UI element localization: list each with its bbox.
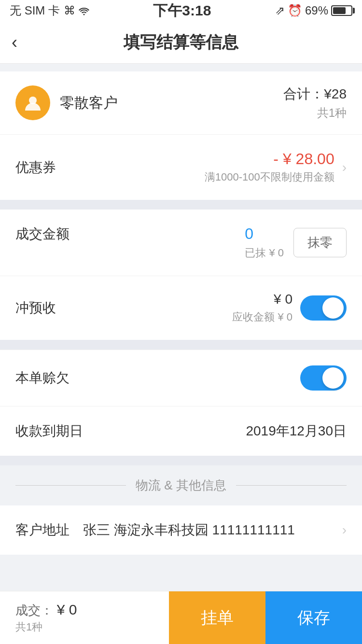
nav-title: 填写结算等信息 <box>124 31 238 54</box>
toggle-knob <box>322 297 344 319</box>
prepayment-sub: 应收金额 ¥ 0 <box>232 310 292 324</box>
address-chevron-icon: › <box>342 522 347 538</box>
divider-2 <box>0 340 362 350</box>
address-row[interactable]: 客户地址 张三 海淀永丰科技园 11111111111 › <box>0 505 362 555</box>
alarm-icon: ⏰ <box>288 4 302 17</box>
customer-avatar <box>15 85 50 120</box>
status-time: 下午3:18 <box>153 1 211 21</box>
customer-total: 合计：¥28 <box>283 85 347 103</box>
credit-toggle[interactable] <box>300 365 347 391</box>
transaction-label: 成交金额 <box>15 225 70 243</box>
transaction-row: 成交金额 0 已抹 ¥ 0 抹零 <box>0 210 362 276</box>
bottom-count: 共1种 <box>15 620 153 634</box>
coupon-label: 优惠券 <box>15 158 56 177</box>
bottom-label: 成交： <box>15 603 53 617</box>
transaction-sub: 已抹 ¥ 0 <box>245 246 284 260</box>
prepayment-value: ¥ 0 <box>232 292 292 307</box>
wifi-icon: ⌘ <box>64 4 89 17</box>
credit-section: 本单赊欠 收款到期日 2019年12月30日 <box>0 350 362 456</box>
location-icon: ⇗ <box>275 4 285 17</box>
coupon-value: - ¥ 28.00 <box>205 150 334 168</box>
battery-icon <box>331 5 352 16</box>
status-left: 无 SIM 卡 ⌘ <box>10 3 89 18</box>
prepayment-row: 冲预收 ¥ 0 应收金额 ¥ 0 <box>0 276 362 340</box>
pending-button[interactable]: 挂单 <box>169 591 265 644</box>
prepayment-toggle[interactable] <box>300 295 347 321</box>
coupon-right: - ¥ 28.00 满1000-100不限制使用金额 › <box>205 150 347 184</box>
back-button[interactable]: ‹ <box>12 32 17 53</box>
header-line-left <box>15 485 126 486</box>
coupon-chevron-icon: › <box>342 160 347 175</box>
bottom-value: ¥ 0 <box>57 602 77 617</box>
customer-row: 零散客户 合计：¥28 共1种 <box>0 71 362 134</box>
round-button[interactable]: 抹零 <box>293 228 347 257</box>
save-button[interactable]: 保存 <box>265 591 362 644</box>
bottom-left: 成交： ¥ 0 共1种 <box>0 591 169 644</box>
customer-name: 零散客户 <box>60 93 118 113</box>
credit-label: 本单赊欠 <box>15 369 70 387</box>
transaction-section: 成交金额 0 已抹 ¥ 0 抹零 冲预收 ¥ 0 应收金额 ¥ 0 <box>0 210 362 340</box>
no-sim-text: 无 SIM 卡 <box>10 3 60 18</box>
nav-bar: ‹ 填写结算等信息 <box>0 21 362 64</box>
prepayment-label: 冲预收 <box>15 299 56 317</box>
due-date-value: 2019年12月30日 <box>246 422 347 440</box>
due-date-label: 收款到期日 <box>15 422 83 440</box>
customer-count: 共1种 <box>283 105 347 121</box>
credit-toggle-knob <box>322 367 344 389</box>
divider-1 <box>0 200 362 210</box>
address-section: 客户地址 张三 海淀永丰科技园 11111111111 › <box>0 505 362 555</box>
customer-section: 零散客户 合计：¥28 共1种 <box>0 71 362 134</box>
divider-3 <box>0 456 362 465</box>
status-right: ⇗ ⏰ 69% <box>275 4 352 17</box>
credit-row: 本单赊欠 <box>0 350 362 406</box>
transaction-value: 0 <box>245 225 284 243</box>
due-date-right: 2019年12月30日 <box>246 422 347 440</box>
coupon-section: 优惠券 - ¥ 28.00 满1000-100不限制使用金额 › <box>0 134 362 200</box>
due-date-row[interactable]: 收款到期日 2019年12月30日 <box>0 406 362 456</box>
header-line-right <box>236 485 347 486</box>
credit-right <box>300 365 347 391</box>
main-content: 零散客户 合计：¥28 共1种 优惠券 - ¥ 28.00 满1000-100不… <box>0 71 362 613</box>
prepayment-right: ¥ 0 应收金额 ¥ 0 <box>232 292 347 324</box>
logistics-header: 物流 & 其他信息 <box>0 465 362 505</box>
transaction-right: 0 已抹 ¥ 0 抹零 <box>245 225 347 260</box>
logistics-header-text: 物流 & 其他信息 <box>136 477 226 494</box>
customer-left: 零散客户 <box>15 85 118 120</box>
coupon-row[interactable]: 优惠券 - ¥ 28.00 满1000-100不限制使用金额 › <box>0 134 362 200</box>
address-value: 张三 海淀永丰科技园 11111111111 <box>83 521 337 539</box>
status-bar: 无 SIM 卡 ⌘ 下午3:18 ⇗ ⏰ 69% <box>0 0 362 21</box>
coupon-sub: 满1000-100不限制使用金额 <box>205 170 334 184</box>
address-label: 客户地址 <box>15 521 73 539</box>
bottom-bar: 成交： ¥ 0 共1种 挂单 保存 <box>0 591 362 644</box>
battery-percent: 69% <box>305 4 328 17</box>
customer-right: 合计：¥28 共1种 <box>283 85 347 121</box>
